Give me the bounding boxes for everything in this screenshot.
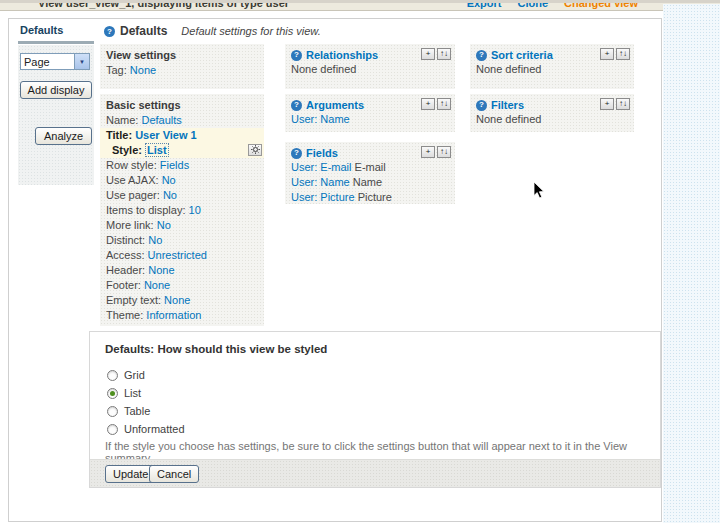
argument-item-link-user-name[interactable]: User: Name: [291, 113, 350, 125]
sort-criteria-help-icon[interactable]: ?: [476, 50, 487, 61]
relationships-rearrange-button[interactable]: ↑↓: [437, 48, 451, 60]
style-option-label-grid: Grid: [124, 369, 145, 381]
filters-title[interactable]: Filters: [491, 98, 524, 112]
tab-defaults[interactable]: Defaults: [18, 24, 94, 41]
relationships-help-icon[interactable]: ?: [291, 50, 302, 61]
display-header: ? Defaults Default settings for this vie…: [104, 24, 321, 38]
field-item: User: Name Name: [291, 175, 449, 190]
field-item-suffix: E-mail: [355, 161, 386, 173]
setting-value-style[interactable]: List: [145, 143, 169, 157]
setting-value-more-link[interactable]: No: [157, 219, 171, 231]
top-link-clone[interactable]: Clone: [517, 3, 548, 9]
add-display-button[interactable]: Add display: [20, 81, 92, 99]
display-type-select[interactable]: Page ▼: [20, 53, 90, 70]
setting-row-row-style: Row style: Fields: [100, 158, 264, 173]
arguments-add-button[interactable]: +: [421, 98, 435, 110]
setting-label-title: Title:: [106, 129, 132, 141]
style-option-list[interactable]: List: [107, 384, 185, 402]
filters-add-button[interactable]: +: [600, 98, 614, 110]
filters-rearrange-button[interactable]: ↑↓: [616, 98, 630, 110]
radio-icon: [107, 406, 118, 417]
relationships-empty-text: None defined: [291, 62, 449, 77]
setting-value-header[interactable]: None: [148, 264, 174, 276]
display-type-select-value: Page: [21, 56, 74, 68]
sort-criteria-rearrange-button[interactable]: ↑↓: [616, 48, 630, 60]
fields-box: ? Fields + ↑↓ User: E-mail E-mailUser: N…: [285, 142, 455, 204]
cancel-button[interactable]: Cancel: [149, 465, 199, 483]
chevron-down-icon[interactable]: ▼: [74, 54, 89, 69]
setting-label-use-pager: Use pager:: [106, 189, 160, 201]
setting-value-tag[interactable]: None: [130, 64, 156, 76]
setting-value-title[interactable]: User View 1: [135, 129, 197, 141]
setting-row-theme: Theme: Information: [100, 308, 264, 323]
field-item-suffix: Picture: [358, 191, 392, 203]
setting-value-name[interactable]: Defaults: [141, 114, 181, 126]
top-link-changed-view[interactable]: Changed view: [564, 3, 638, 9]
style-option-label-list: List: [124, 387, 141, 399]
relationships-title[interactable]: Relationships: [306, 48, 378, 62]
setting-label-tag: Tag:: [106, 64, 127, 76]
fields-rearrange-button[interactable]: ↑↓: [437, 146, 451, 158]
style-edit-form: Defaults: How should this view be styled…: [89, 331, 661, 488]
basic-settings-title: Basic settings: [106, 98, 258, 113]
style-options: GridListTableUnformatted: [107, 366, 185, 438]
arguments-title[interactable]: Arguments: [306, 98, 364, 112]
setting-label-header: Header:: [106, 264, 145, 276]
style-option-label-unformatted: Unformatted: [124, 423, 185, 435]
setting-row-use-ajax: Use AJAX: No: [100, 173, 264, 188]
setting-value-theme[interactable]: Information: [146, 309, 201, 321]
top-links: ExportCloneChanged view: [467, 3, 638, 9]
arguments-rearrange-button[interactable]: ↑↓: [437, 98, 451, 110]
page-background-pattern: [663, 4, 720, 523]
setting-value-row-style[interactable]: Fields: [160, 159, 189, 171]
setting-label-items-to-display: Items to display:: [106, 204, 185, 216]
arguments-help-icon[interactable]: ?: [291, 100, 302, 111]
display-controls: Page ▼ Add display Analyze: [18, 45, 94, 185]
radio-icon: [107, 370, 118, 381]
field-item-link-user-name[interactable]: User: Name: [291, 176, 350, 188]
sort-criteria-add-button[interactable]: +: [600, 48, 614, 60]
setting-row-distinct: Distinct: No: [100, 233, 264, 248]
setting-value-items-to-display[interactable]: 10: [189, 204, 201, 216]
sort-criteria-empty-text: None defined: [476, 62, 628, 77]
field-item-link-user-e-mail[interactable]: User: E-mail: [291, 161, 352, 173]
radio-icon: [107, 388, 118, 399]
help-icon[interactable]: ?: [104, 26, 115, 37]
setting-label-row-style: Row style:: [106, 159, 157, 171]
setting-row-name: Name: Defaults: [100, 113, 264, 128]
gear-icon: [251, 143, 260, 158]
style-option-table[interactable]: Table: [107, 402, 185, 420]
setting-row-more-link: More link: No: [100, 218, 264, 233]
style-option-grid[interactable]: Grid: [107, 366, 185, 384]
field-item-link-user-picture[interactable]: User: Picture: [291, 191, 355, 203]
fields-items: User: E-mail E-mailUser: Name NameUser: …: [291, 160, 449, 205]
style-option-unformatted[interactable]: Unformatted: [107, 420, 185, 438]
setting-row-access: Access: Unrestricted: [100, 248, 264, 263]
analyze-button[interactable]: Analyze: [35, 127, 92, 145]
fields-help-icon[interactable]: ?: [291, 148, 302, 159]
fields-title[interactable]: Fields: [306, 146, 338, 160]
form-button-bar: Update Cancel: [90, 459, 660, 487]
setting-label-style: Style:: [112, 144, 142, 156]
setting-value-access[interactable]: Unrestricted: [148, 249, 207, 261]
setting-value-empty-text[interactable]: None: [164, 294, 190, 306]
setting-row-use-pager: Use pager: No: [100, 188, 264, 203]
radio-icon: [107, 424, 118, 435]
setting-value-footer[interactable]: None: [144, 279, 170, 291]
setting-row-items-to-display: Items to display: 10: [100, 203, 264, 218]
view-settings-box: View settings Tag: None: [100, 44, 264, 89]
arguments-box: ? Arguments + ↑↓ User: Name: [285, 94, 455, 132]
view-title: View user_view_1, displaying items of ty…: [38, 3, 289, 9]
setting-value-use-ajax[interactable]: No: [162, 174, 176, 186]
field-item: User: Picture Picture: [291, 190, 449, 205]
setting-row-title: Title: User View 1: [100, 128, 264, 143]
fields-add-button[interactable]: +: [421, 146, 435, 158]
relationships-add-button[interactable]: +: [421, 48, 435, 60]
filters-help-icon[interactable]: ?: [476, 100, 487, 111]
sort-criteria-title[interactable]: Sort criteria: [491, 48, 553, 62]
style-settings-button[interactable]: [248, 144, 262, 156]
top-link-export[interactable]: Export: [467, 3, 502, 9]
setting-value-distinct[interactable]: No: [148, 234, 162, 246]
setting-value-use-pager[interactable]: No: [163, 189, 177, 201]
view-settings-rows: Tag: None: [106, 63, 258, 78]
